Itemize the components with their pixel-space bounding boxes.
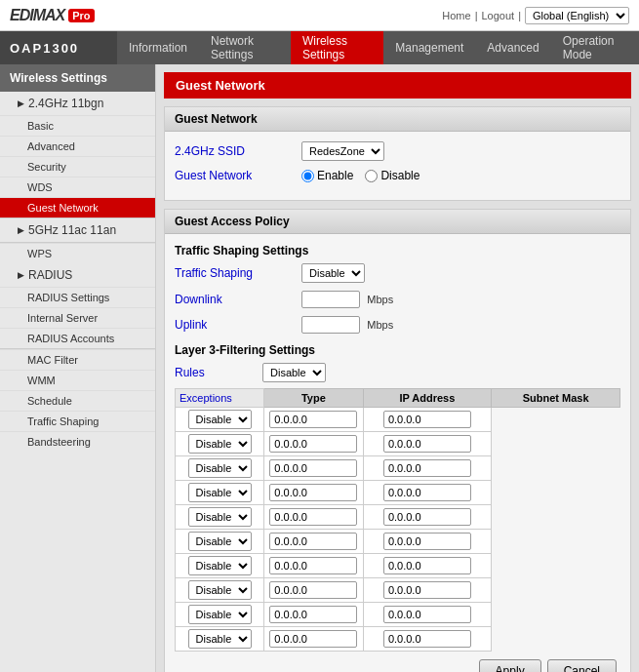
logo: EDIMAX Pro [10,7,95,24]
mask-input-4[interactable] [383,508,471,526]
mask-input-2[interactable] [383,459,471,477]
type-select-5[interactable]: Disable Allow Deny [188,532,252,551]
sidebar-item-mac-filter[interactable]: MAC Filter [0,349,155,370]
nav-network-settings[interactable]: Network Settings [199,31,291,64]
ssid-select[interactable]: RedesZone [301,141,384,161]
type-select-9[interactable]: Disable Allow Deny [188,629,252,649]
sidebar-item-guest-network-2ghz[interactable]: Guest Network [0,197,155,217]
mask-input-8[interactable] [383,606,471,623]
sidebar-item-wmm[interactable]: WMM [0,370,155,390]
sidebar-section-2ghz: ▶ 2.4GHz 11bgn Basic Advanced Security W… [0,92,155,218]
nav-information[interactable]: Information [117,31,199,64]
mask-input-3[interactable] [383,484,471,501]
col-header-ip: IP Address [363,389,492,408]
col-header-mask: Subnet Mask [492,389,620,408]
type-cell-2: Disable Allow Deny [176,456,264,481]
type-select-3[interactable]: Disable Allow Deny [188,483,252,502]
sidebar-item-wps[interactable]: WPS [0,243,155,263]
ip-cell-6 [264,554,363,578]
guest-network-radio-group: Enable Disable [301,169,620,182]
enable-radio[interactable] [301,170,314,182]
mask-input-7[interactable] [383,581,471,599]
mask-input-5[interactable] [383,533,471,550]
type-select-2[interactable]: Disable Allow Deny [188,458,252,478]
button-row: Apply Cancel [175,652,620,672]
cancel-button[interactable]: Cancel [547,659,617,672]
disable-radio-label[interactable]: Disable [365,169,419,182]
guest-network-section-header: Guest Network [165,107,630,132]
type-select-7[interactable]: Disable Allow Deny [188,580,252,600]
downlink-unit: Mbps [367,294,393,305]
ip-input-6[interactable] [269,557,357,574]
sidebar-section-radius: ▶ RADIUS RADIUS Settings Internal Server… [0,263,155,349]
sidebar-item-traffic-shaping[interactable]: Traffic Shaping [0,411,155,431]
nav-wireless-settings[interactable]: Wireless Settings [291,31,383,64]
rules-row: Rules Disable Enable [175,363,620,382]
uplink-label: Uplink [175,318,301,332]
apply-button[interactable]: Apply [479,659,541,672]
uplink-input[interactable]: 0 [301,316,360,334]
ip-cell-4 [264,505,363,530]
sidebar-item-internal-server[interactable]: Internal Server [0,307,155,328]
sidebar: Wireless Settings ▶ 2.4GHz 11bgn Basic A… [0,64,156,672]
ip-cell-0 [264,408,363,432]
access-policy-section-body: Traffic Shaping Settings Traffic Shaping… [165,234,630,672]
table-row: Disable Allow Deny [176,603,620,627]
ip-input-9[interactable] [269,630,357,648]
guest-network-section-body: 2.4GHz SSID RedesZone Guest Network Enab… [165,132,630,200]
main-nav: OAP1300 Information Network Settings Wir… [0,31,639,64]
mask-input-0[interactable] [383,411,471,428]
mask-input-1[interactable] [383,435,471,453]
mask-input-9[interactable] [383,630,471,648]
access-policy-section-header: Guest Access Policy [165,210,630,234]
ip-input-0[interactable] [269,411,357,428]
type-select-0[interactable]: Disable Allow Deny [188,410,252,429]
type-select-8[interactable]: Disable Allow Deny [188,605,252,624]
sidebar-item-basic-2ghz[interactable]: Basic [0,115,155,136]
sidebar-item-radius-accounts[interactable]: RADIUS Accounts [0,328,155,348]
ip-input-7[interactable] [269,581,357,599]
nav-management[interactable]: Management [383,31,475,64]
table-row: Disable Allow Deny [176,481,620,505]
exceptions-table: Exceptions Type IP Address Subnet Mask D… [175,388,620,652]
ip-input-4[interactable] [269,508,357,526]
sidebar-item-radius-settings[interactable]: RADIUS Settings [0,287,155,307]
rules-select[interactable]: Disable Enable [262,363,326,382]
ip-input-2[interactable] [269,459,357,477]
mask-cell-2 [363,456,492,481]
page-layout: Wireless Settings ▶ 2.4GHz 11bgn Basic A… [0,64,639,672]
guest-network-section: Guest Network 2.4GHz SSID RedesZone Gues… [164,106,631,201]
sidebar-section-header-5ghz[interactable]: ▶ 5GHz 11ac 11an [0,218,155,242]
traffic-shaping-select[interactable]: Disable Enable [301,263,365,283]
ip-cell-7 [264,578,363,603]
sidebar-item-bandsteering[interactable]: Bandsteering [0,431,155,452]
uplink-control: 0 Mbps [301,316,620,334]
sidebar-item-advanced-2ghz[interactable]: Advanced [0,136,155,156]
mask-cell-5 [363,530,492,554]
type-select-4[interactable]: Disable Allow Deny [188,507,252,527]
sidebar-item-schedule[interactable]: Schedule [0,390,155,411]
language-select[interactable]: Global (English) [525,7,629,24]
device-name: OAP1300 [0,31,117,64]
nav-operation-mode[interactable]: Operation Mode [551,31,639,64]
type-cell-6: Disable Allow Deny [176,554,264,578]
type-select-1[interactable]: Disable Allow Deny [188,434,252,454]
mask-input-6[interactable] [383,557,471,574]
downlink-input[interactable]: 0 [301,291,360,308]
ip-input-5[interactable] [269,533,357,550]
type-select-6[interactable]: Disable Allow Deny [188,556,252,575]
sidebar-item-security-2ghz[interactable]: Security [0,156,155,177]
ip-input-1[interactable] [269,435,357,453]
ip-input-3[interactable] [269,484,357,501]
disable-radio[interactable] [365,170,378,182]
sidebar-section-header-2ghz[interactable]: ▶ 2.4GHz 11bgn [0,92,155,115]
home-link[interactable]: Home [442,10,470,21]
ip-input-8[interactable] [269,606,357,623]
sidebar-section-header-radius[interactable]: ▶ RADIUS [0,263,155,287]
sidebar-title: Wireless Settings [0,64,155,92]
nav-advanced[interactable]: Advanced [475,31,550,64]
logout-link[interactable]: Logout [481,10,514,21]
sidebar-item-wds-2ghz[interactable]: WDS [0,177,155,197]
enable-radio-label[interactable]: Enable [301,169,353,182]
top-bar: EDIMAX Pro Home | Logout | Global (Engli… [0,0,639,31]
